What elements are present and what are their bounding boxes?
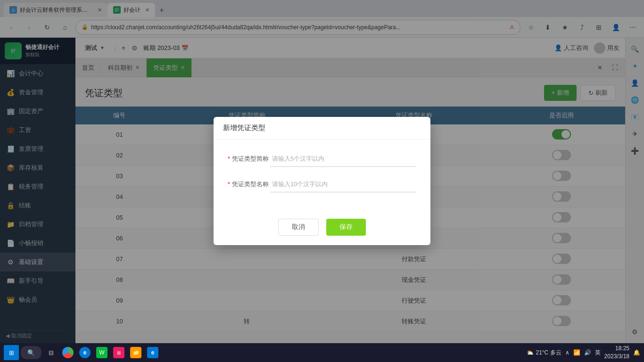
modal-footer: 取消 保存 [214, 213, 430, 245]
modal-title: 新增凭证类型 [223, 123, 265, 132]
taskbar-app4[interactable]: ⊞ [111, 345, 126, 360]
form-group-short: *凭证类型简称 [228, 151, 416, 167]
systray-expand[interactable]: ∧ [565, 349, 570, 356]
weather-icon: ⛅ [527, 349, 534, 356]
save-button[interactable]: 保存 [326, 219, 366, 236]
short-name-input[interactable] [270, 151, 416, 167]
short-name-label: *凭证类型简称 [228, 155, 270, 163]
volume-icon: 🔊 [584, 349, 591, 356]
modal-overlay: 新增凭证类型 *凭证类型简称 *凭证类型名称 取消 保存 [0, 0, 644, 362]
weather-text: 21°C 多云 [536, 349, 561, 357]
taskbar-edge[interactable]: e [77, 345, 92, 360]
clock-date: 2023/3/18 [604, 353, 629, 361]
modal-body: *凭证类型简称 *凭证类型名称 [214, 140, 430, 213]
wifi-icon: 📶 [573, 349, 580, 356]
notification-icon[interactable]: 🔔 [633, 349, 640, 356]
cancel-button[interactable]: 取消 [278, 219, 319, 236]
systray: ⛅ 21°C 多云 [527, 349, 561, 357]
required-marker-1: * [228, 155, 230, 162]
taskbar-chrome[interactable] [60, 345, 75, 360]
language-indicator: 英 [595, 349, 601, 357]
full-name-input[interactable] [270, 176, 416, 192]
taskbar-wechat[interactable]: W [94, 345, 109, 360]
taskbar-edge2[interactable]: e [145, 345, 160, 360]
taskbar-search[interactable]: 🔍 [21, 346, 41, 359]
modal-header: 新增凭证类型 [214, 117, 430, 140]
taskbar-right: ⛅ 21°C 多云 ∧ 📶 🔊 英 18:25 2023/3/18 🔔 [527, 345, 640, 361]
taskbar-multitasking[interactable]: ⊟ [43, 345, 58, 360]
taskbar-clock: 18:25 2023/3/18 [604, 345, 629, 361]
clock-time: 18:25 [604, 345, 629, 353]
taskbar-files[interactable]: 📁 [128, 345, 143, 360]
form-group-full: *凭证类型名称 [228, 176, 416, 192]
taskbar: ⊞ 🔍 ⊟ e W ⊞ 📁 e ⛅ 21°C 多云 ∧ 📶 🔊 英 18:25 … [0, 343, 644, 362]
full-name-label: *凭证类型名称 [228, 180, 270, 189]
add-voucher-modal: 新增凭证类型 *凭证类型简称 *凭证类型名称 取消 保存 [214, 117, 430, 245]
required-marker-2: * [228, 181, 230, 188]
start-button[interactable]: ⊞ [4, 345, 19, 360]
